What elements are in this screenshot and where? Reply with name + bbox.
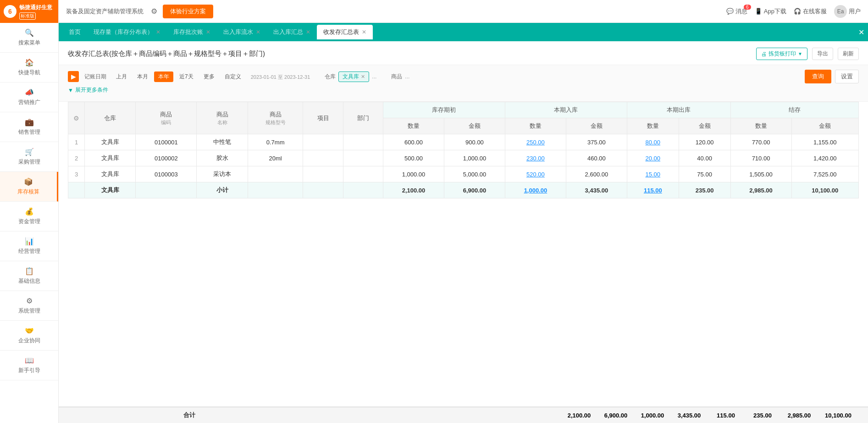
sidebar-item-enterprise[interactable]: 🤝 企业协同 — [0, 321, 58, 351]
row-opening-amt: 1,000.00 — [444, 150, 505, 166]
date-options: 上月本月本年近7天更多自定义 — [112, 71, 245, 82]
row-in-qty[interactable]: 520.00 — [505, 166, 566, 182]
print-button[interactable]: 🖨 拣货板打印 ▼ — [756, 48, 807, 60]
goods-more-button[interactable]: ... — [405, 73, 409, 80]
tab-close-batch[interactable]: ✕ — [206, 29, 210, 35]
row-out-qty[interactable]: 115.00 — [627, 182, 679, 198]
sidebar-item-label: 搜索菜单 — [18, 39, 40, 47]
sidebar-item-operations[interactable]: 📊 经营管理 — [0, 231, 58, 261]
user-button[interactable]: Ea 用户 — [834, 5, 861, 18]
tab-home[interactable]: 首页 — [62, 25, 87, 39]
row-out-qty[interactable]: 15.00 — [627, 166, 679, 182]
footer-label: 合计 — [68, 411, 311, 419]
date-range: 2023-01-01 至 2023-12-31 — [251, 74, 310, 81]
row-project — [303, 182, 343, 198]
tab-stock-dist[interactable]: 现存量（库存分布表）✕ — [87, 25, 167, 39]
sidebar-item-purchase[interactable]: 🛒 采购管理 — [0, 142, 58, 172]
table-gear-icon[interactable]: ⚙ — [73, 115, 79, 122]
row-out-qty[interactable]: 80.00 — [627, 134, 679, 150]
footer-values: 2,100.00 6,900.00 1,000.00 3,435.00 115.… — [311, 412, 859, 419]
sidebar-item-guide[interactable]: 📖 新手引导 — [0, 351, 58, 380]
sidebar-item-search[interactable]: 🔍 搜索菜单 — [0, 23, 58, 53]
row-code — [136, 182, 197, 198]
page-header: 收发存汇总表(按仓库＋商品编码＋商品＋规格型号＋项目＋部门) 🖨 拣货板打印 ▼… — [59, 41, 868, 65]
row-project — [303, 150, 343, 166]
date-label: 记账日期 — [84, 73, 106, 81]
warehouse-tag[interactable]: 文具库 ✕ — [338, 71, 369, 82]
tab-batch[interactable]: 库存批次账✕ — [167, 25, 217, 39]
row-in-qty[interactable]: 230.00 — [505, 150, 566, 166]
opening-qty-header: 数量 — [383, 118, 444, 134]
warehouse-more-button[interactable]: ... — [372, 73, 376, 80]
trial-button[interactable]: 体验行业方案 — [163, 5, 213, 18]
table-settings-header: ⚙ — [68, 102, 85, 134]
inventory-icon: 📦 — [24, 177, 33, 186]
row-project — [303, 166, 343, 182]
tab-close-recv-send-sum[interactable]: ✕ — [362, 29, 366, 35]
sidebar-item-label: 采购管理 — [18, 158, 40, 166]
sidebar: 6 畅捷通好生意 标准版 🔍 搜索菜单 🏠 快捷导航 📣 营销推广 💼 销售管理… — [0, 0, 59, 423]
sidebar-menu: 🔍 搜索菜单 🏠 快捷导航 📣 营销推广 💼 销售管理 🛒 采购管理 📦 库存核… — [0, 23, 58, 423]
search-icon: 🔍 — [25, 28, 34, 37]
row-in-qty[interactable]: 250.00 — [505, 134, 566, 150]
row-opening-amt: 6,900.00 — [444, 182, 505, 198]
sidebar-item-label: 销售管理 — [18, 128, 40, 136]
sidebar-item-system[interactable]: ⚙ 系统管理 — [0, 291, 58, 321]
footer-opening-qty: 2,100.00 — [561, 412, 597, 419]
balance-amt-header: 金额 — [791, 118, 858, 134]
message-button[interactable]: 💬 消息 6 — [726, 7, 747, 16]
tabbar-close-button[interactable]: ✕ — [858, 28, 864, 37]
sidebar-item-label: 快捷导航 — [18, 69, 40, 77]
sidebar-item-base-info[interactable]: 📋 基础信息 — [0, 261, 58, 291]
setting-button[interactable]: 设置 — [835, 70, 859, 83]
row-out-qty[interactable]: 20.00 — [627, 150, 679, 166]
date-option-本月[interactable]: 本月 — [133, 71, 152, 82]
tab-label: 出入库流水 — [223, 28, 253, 36]
export-button[interactable]: 导出 — [812, 48, 833, 60]
footer-balance-amt: 10,100.00 — [818, 412, 859, 419]
finance-icon: 💰 — [25, 207, 34, 216]
tab-inout-flow[interactable]: 出入库流水✕ — [217, 25, 267, 39]
project-col-header: 项目 — [303, 102, 343, 134]
tab-label: 现存量（库存分布表） — [94, 28, 153, 36]
online-support-button[interactable]: 🎧 在线客服 — [794, 7, 827, 16]
warehouse-tag-close[interactable]: ✕ — [361, 74, 365, 80]
tab-recv-send-sum[interactable]: 收发存汇总表✕ — [317, 25, 373, 39]
table-wrapper: ⚙ 仓库 商品编码 商品名称 商品规格型号 项目 部门 库存期初 本期入库 本期… — [59, 102, 868, 407]
tab-inout-sum[interactable]: 出入库汇总✕ — [267, 25, 317, 39]
tab-close-stock-dist[interactable]: ✕ — [156, 29, 160, 35]
row-dept — [343, 166, 383, 182]
row-name: 小计 — [197, 182, 248, 198]
balance-qty-header: 数量 — [730, 118, 791, 134]
sidebar-item-quick-nav[interactable]: 🏠 快捷导航 — [0, 53, 58, 82]
sidebar-item-sales[interactable]: 💼 销售管理 — [0, 112, 58, 142]
refresh-button[interactable]: 刷新 — [838, 48, 859, 60]
date-option-本年[interactable]: 本年 — [154, 71, 173, 82]
app-download-button[interactable]: 📱 App下载 — [755, 7, 786, 16]
page-actions: 🖨 拣货板打印 ▼ 导出 刷新 — [756, 48, 859, 60]
row-opening-amt: 900.00 — [444, 134, 505, 150]
row-balance-amt: 1,155.00 — [791, 134, 858, 150]
warehouse-filter: 仓库 文具库 ✕ ... — [325, 71, 376, 82]
filter-area: ▶ 记账日期 上月本月本年近7天更多自定义 2023-01-01 至 2023-… — [59, 65, 868, 102]
tab-close-inout-sum[interactable]: ✕ — [306, 29, 310, 35]
tabbar: 首页现存量（库存分布表）✕库存批次账✕出入库流水✕出入库汇总✕收发存汇总表✕✕ — [59, 23, 868, 41]
date-option-自定义[interactable]: 自定义 — [221, 71, 245, 82]
settings-icon[interactable]: ⚙ — [151, 7, 157, 16]
tab-close-inout-flow[interactable]: ✕ — [256, 29, 260, 35]
opening-group-header: 库存期初 — [383, 102, 505, 118]
row-out-amt: 40.00 — [679, 150, 730, 166]
expand-more-button[interactable]: ▼ 展开更多条件 — [68, 83, 859, 97]
sidebar-item-marketing[interactable]: 📣 营销推广 — [0, 82, 58, 112]
date-option-更多[interactable]: 更多 — [199, 71, 219, 82]
sidebar-item-inventory[interactable]: 📦 库存核算 — [0, 172, 58, 202]
query-button[interactable]: 查询 — [805, 70, 831, 83]
phone-icon: 📱 — [755, 8, 762, 15]
sidebar-item-finance[interactable]: 💰 资金管理 — [0, 202, 58, 231]
row-in-qty[interactable]: 1,000.00 — [505, 182, 566, 198]
footer-out-qty: 115.00 — [708, 412, 744, 419]
filter-toggle-button[interactable]: ▶ — [68, 71, 79, 82]
date-option-近7天[interactable]: 近7天 — [175, 71, 198, 82]
date-option-上月[interactable]: 上月 — [112, 71, 131, 82]
row-warehouse: 文具库 — [85, 166, 136, 182]
